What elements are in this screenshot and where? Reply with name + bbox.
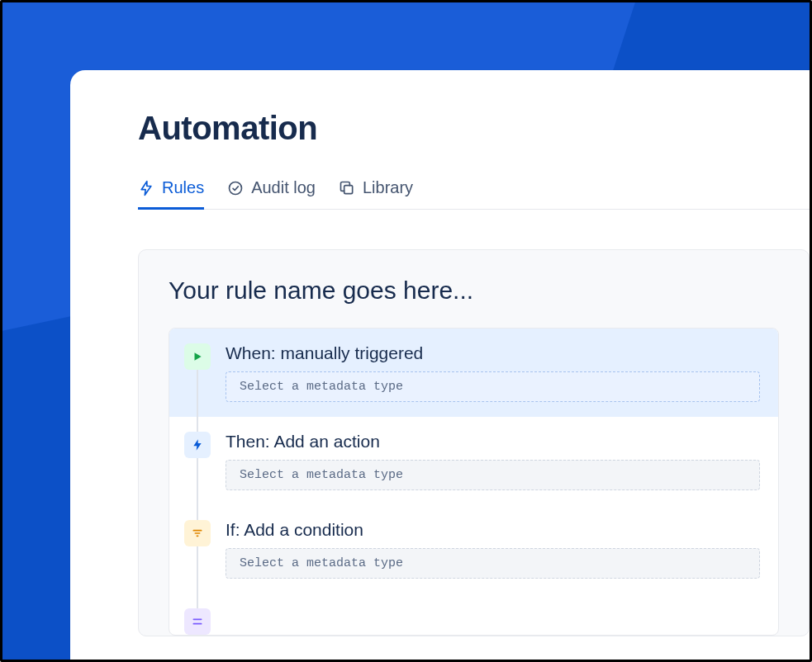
rule-name-input[interactable]: Your rule name goes here... (169, 277, 779, 305)
step-body: Then: Add an action Select a metadata ty… (226, 432, 760, 490)
svg-point-0 (230, 182, 242, 194)
tab-library[interactable]: Library (339, 178, 413, 209)
step-title: When: manually triggered (226, 343, 760, 363)
connector-line (197, 417, 198, 505)
tab-label: Library (363, 178, 413, 197)
step-body: When: manually triggered Select a metada… (226, 343, 760, 402)
metadata-select[interactable]: Select a metadata type (226, 371, 760, 402)
page-title: Automation (138, 110, 810, 147)
step-title: Then: Add an action (226, 432, 760, 452)
app-frame: Automation Rules Audit log (0, 0, 812, 662)
step-trigger[interactable]: When: manually triggered Select a metada… (169, 329, 778, 417)
connector-line (197, 505, 198, 593)
step-action[interactable]: Then: Add an action Select a metadata ty… (169, 417, 778, 505)
play-icon (184, 343, 211, 370)
bolt-icon (184, 432, 211, 458)
step-title: If: Add a condition (226, 520, 760, 540)
branch-icon (184, 608, 211, 635)
metadata-select[interactable]: Select a metadata type (226, 460, 760, 490)
step-body: If: Add a condition Select a metadata ty… (226, 520, 760, 579)
step-branch[interactable] (169, 593, 778, 635)
tab-rules[interactable]: Rules (138, 178, 204, 209)
lightning-icon (138, 180, 154, 196)
copy-icon (339, 180, 355, 196)
filter-icon (184, 520, 211, 546)
svg-rect-1 (344, 185, 353, 193)
rule-steps: When: manually triggered Select a metada… (169, 328, 779, 636)
metadata-select[interactable]: Select a metadata type (226, 548, 760, 579)
tabs: Rules Audit log Library (138, 178, 810, 210)
step-condition[interactable]: If: Add a condition Select a metadata ty… (169, 505, 778, 593)
tab-audit-log[interactable]: Audit log (227, 178, 316, 209)
main-panel: Automation Rules Audit log (70, 70, 810, 660)
tab-label: Rules (162, 178, 204, 197)
tab-label: Audit log (251, 178, 316, 197)
check-circle-icon (227, 180, 244, 196)
rule-card: Your rule name goes here... When: manual… (138, 249, 810, 636)
